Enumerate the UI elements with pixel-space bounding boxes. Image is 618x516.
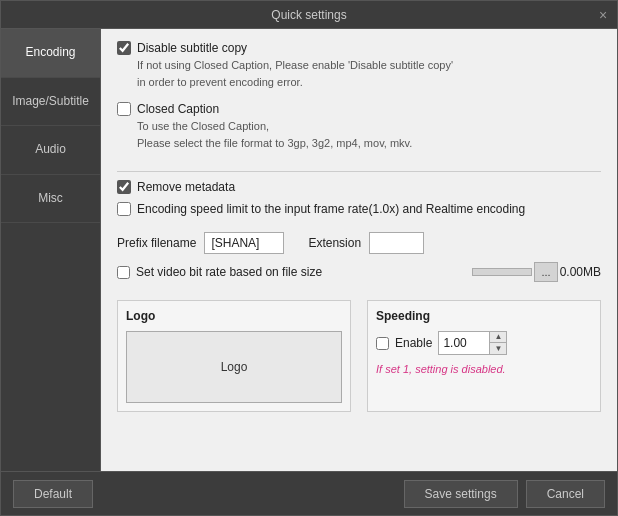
encoding-speed-section: Encoding speed limit to the input frame …	[117, 202, 601, 218]
spin-buttons: ▲ ▼	[489, 332, 506, 354]
speed-input[interactable]	[439, 333, 489, 353]
closed-caption-row: Closed Caption	[117, 102, 601, 116]
logo-title: Logo	[126, 309, 342, 323]
speeding-enable-checkbox[interactable]	[376, 337, 389, 350]
file-size-row: Set video bit rate based on file size ..…	[117, 262, 601, 282]
closed-caption-label: Closed Caption	[137, 102, 219, 116]
speeding-enable-row: Enable ▲ ▼	[376, 331, 592, 355]
speeding-inner: Enable ▲ ▼ If set 1, setting is disabled…	[376, 331, 592, 375]
remove-metadata-row: Remove metadata	[117, 180, 601, 194]
logo-speeding-area: Logo Logo Speeding Enable ▲	[117, 300, 601, 412]
disable-subtitle-row: Disable subtitle copy	[117, 41, 601, 55]
encoding-speed-label: Encoding speed limit to the input frame …	[137, 202, 525, 216]
speed-input-wrap: ▲ ▼	[438, 331, 507, 355]
main-content: Encoding Image/Subtitle Audio Misc Disab…	[1, 29, 617, 471]
prefix-extension-row: Prefix filename Extension	[117, 232, 601, 254]
sidebar-item-audio[interactable]: Audio	[1, 126, 100, 175]
prefix-label: Prefix filename	[117, 236, 196, 250]
spin-up-button[interactable]: ▲	[490, 332, 506, 343]
logo-button[interactable]: Logo	[126, 331, 342, 403]
speeding-title: Speeding	[376, 309, 592, 323]
title-bar: Quick settings ×	[1, 1, 617, 29]
extension-input[interactable]	[369, 232, 424, 254]
remove-metadata-checkbox[interactable]	[117, 180, 131, 194]
remove-metadata-section: Remove metadata	[117, 180, 601, 196]
file-size-checkbox[interactable]	[117, 266, 130, 279]
disable-subtitle-subtext: If not using Closed Caption, Please enab…	[137, 57, 601, 90]
footer-right: Save settings Cancel	[404, 480, 605, 508]
sidebar-item-image-subtitle[interactable]: Image/Subtitle	[1, 78, 100, 127]
cancel-button[interactable]: Cancel	[526, 480, 605, 508]
disable-subtitle-checkbox[interactable]	[117, 41, 131, 55]
spin-down-button[interactable]: ▼	[490, 343, 506, 354]
encoding-speed-checkbox[interactable]	[117, 202, 131, 216]
footer: Default Save settings Cancel	[1, 471, 617, 515]
speeding-disabled-text: If set 1, setting is disabled.	[376, 363, 592, 375]
remove-metadata-label: Remove metadata	[137, 180, 235, 194]
divider-1	[117, 171, 601, 172]
sidebar: Encoding Image/Subtitle Audio Misc	[1, 29, 101, 471]
file-size-field	[472, 268, 532, 276]
extension-label: Extension	[308, 236, 361, 250]
closed-caption-section: Closed Caption To use the Closed Caption…	[117, 102, 601, 157]
close-button[interactable]: ×	[589, 1, 617, 29]
disable-subtitle-label: Disable subtitle copy	[137, 41, 247, 55]
closed-caption-subtext: To use the Closed Caption, Please select…	[137, 118, 601, 151]
logo-section: Logo Logo	[117, 300, 351, 412]
default-button[interactable]: Default	[13, 480, 93, 508]
save-settings-button[interactable]: Save settings	[404, 480, 518, 508]
window: Quick settings × Encoding Image/Subtitle…	[0, 0, 618, 516]
disable-subtitle-section: Disable subtitle copy If not using Close…	[117, 41, 601, 96]
prefix-input[interactable]	[204, 232, 284, 254]
browse-button[interactable]: ...	[534, 262, 557, 282]
speeding-enable-label: Enable	[395, 336, 432, 350]
file-size-label: Set video bit rate based on file size	[136, 265, 322, 279]
speeding-section: Speeding Enable ▲ ▼	[367, 300, 601, 412]
sidebar-item-encoding[interactable]: Encoding	[1, 29, 100, 78]
window-title: Quick settings	[271, 8, 346, 22]
closed-caption-checkbox[interactable]	[117, 102, 131, 116]
file-size-display: 0.00MB	[560, 265, 601, 279]
sidebar-item-misc[interactable]: Misc	[1, 175, 100, 224]
content-area: Disable subtitle copy If not using Close…	[101, 29, 617, 471]
encoding-speed-row: Encoding speed limit to the input frame …	[117, 202, 601, 216]
